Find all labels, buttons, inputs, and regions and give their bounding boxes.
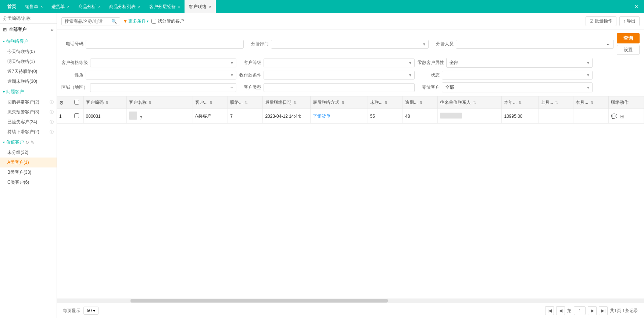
scrollbar-thumb[interactable] (130, 299, 388, 303)
sidebar-search-area: 🔍 (0, 13, 57, 24)
sort-icon[interactable]: ⇅ (294, 100, 297, 105)
region-input[interactable]: ··· (90, 83, 236, 92)
qr-code-icon[interactable]: ⊞ (620, 113, 625, 119)
sidebar-group-value[interactable]: ▾ 价值客户 ↻ ✎ (0, 137, 57, 148)
page-label: 第 (567, 308, 572, 314)
close-icon[interactable]: × (178, 4, 180, 9)
retail-customer-select[interactable]: 全部 ▾ (442, 82, 593, 92)
edit-icon[interactable]: ✎ (31, 140, 34, 145)
prev-page-button[interactable]: ◀ (556, 306, 565, 315)
payment-select[interactable]: ▾ (264, 71, 414, 80)
close-icon[interactable]: × (138, 4, 140, 9)
sort-icon[interactable]: ⇅ (555, 100, 558, 105)
nav-tab-sales[interactable]: 销售单 × (21, 0, 47, 13)
sort-icon[interactable]: ⇅ (105, 100, 108, 105)
cell-this-year: 10995.00 (502, 109, 539, 124)
close-icon[interactable]: × (67, 4, 69, 9)
horizontal-scrollbar[interactable] (57, 298, 644, 303)
chevron-down-icon: ▾ (3, 39, 5, 43)
info-icon: ⓘ (50, 109, 54, 115)
page-navigation: |◀ ◀ 第 ▶ ▶| 共1页 1条记录 (545, 306, 638, 315)
sort-icon[interactable]: ⇅ (473, 100, 476, 105)
sidebar-item-class-c[interactable]: C类客户(6) (0, 177, 57, 187)
refresh-icon[interactable]: ↻ (25, 140, 29, 145)
nav-tab-customer-segment[interactable]: 客户分层经营 × (145, 0, 185, 13)
main-search-input[interactable] (65, 19, 110, 24)
customer-level-field: 客户等级 ▾ (239, 59, 414, 67)
dept-select[interactable]: ▾ (271, 40, 429, 49)
nav-tab-customer-contact[interactable]: 客户联络 × (185, 0, 215, 13)
customer-level-select[interactable]: ▾ (264, 59, 414, 67)
info-icon: ⓘ (50, 99, 54, 105)
more-dots-icon: ··· (607, 42, 611, 47)
contact-avatar (440, 113, 462, 119)
price-level-field: 客户价格等级 ▾ (61, 59, 236, 67)
sidebar-group-problem[interactable]: ▾ 问题客户 (0, 86, 57, 97)
settings-button[interactable]: 设置 (617, 45, 640, 55)
col-overdue: 逾期... ⇅ (402, 96, 437, 109)
more-conditions-button[interactable]: ▼ 更多条件 ▾ (123, 18, 149, 24)
column-settings-button[interactable]: ⚙ (59, 100, 64, 106)
close-icon[interactable]: × (98, 4, 100, 9)
cell-type: A类客户 (193, 109, 228, 124)
col-type: 客户... ⇅ (193, 96, 228, 109)
sidebar-item-7days[interactable]: 近7天待联络(0) (0, 67, 57, 77)
phone-input[interactable] (86, 40, 244, 49)
page-number-input[interactable] (574, 306, 586, 315)
sort-icon[interactable]: ⇅ (149, 100, 151, 105)
sort-icon[interactable]: ⇅ (419, 100, 422, 105)
sort-icon[interactable]: ⇅ (341, 100, 344, 105)
my-customers-checkbox[interactable] (151, 19, 156, 24)
sort-icon[interactable]: ⇅ (245, 100, 248, 105)
price-level-select[interactable]: ▾ (90, 59, 236, 67)
window-close-button[interactable]: × (632, 3, 641, 10)
sidebar-group-pending[interactable]: ▾ 待联络客户 (0, 36, 57, 47)
batch-operation-button[interactable]: ☑ 批量操作 (586, 16, 616, 26)
sidebar-item-declining[interactable]: 持续下滑客户(2) ⓘ (0, 127, 57, 137)
sidebar-item-overdue[interactable]: 逾期未联络(30) (0, 77, 57, 86)
page-size-select[interactable]: 50 ▾ (83, 307, 99, 315)
phone-filter-field: 电话号码 (61, 40, 244, 49)
last-method-link[interactable]: 下销货单 (313, 113, 330, 119)
sidebar-item-repurchase-abnormal[interactable]: 回购异常客户(2) ⓘ (0, 97, 57, 107)
chevron-down-icon: ▾ (409, 60, 411, 66)
select-all-checkbox[interactable] (74, 100, 79, 105)
next-page-button[interactable]: ▶ (588, 306, 597, 315)
sidebar-item-tomorrow[interactable]: 明天待联络(1) (0, 57, 57, 67)
status-select[interactable]: ▾ (442, 71, 593, 80)
first-page-button[interactable]: |◀ (545, 306, 554, 315)
retail-attr-select[interactable]: 全部 ▾ (446, 58, 593, 68)
manager-input[interactable]: ··· (456, 40, 614, 49)
search-icon[interactable]: 🔍 (111, 19, 117, 24)
export-button[interactable]: ↑ 导出 (619, 16, 640, 26)
sort-icon[interactable]: ⇅ (590, 100, 593, 105)
row-checkbox[interactable] (74, 113, 79, 118)
sidebar-search-input[interactable] (3, 16, 57, 21)
sidebar-item-class-a[interactable]: A类客户(1) (0, 158, 57, 167)
message-icon[interactable]: 💬 (611, 113, 617, 119)
customer-type-input[interactable] (264, 83, 414, 92)
nav-tab-purchase[interactable]: 进货单 × (47, 0, 74, 13)
collapse-icon[interactable]: « (51, 27, 54, 33)
nav-tab-home[interactable]: 首页 (3, 0, 21, 13)
close-icon[interactable]: × (40, 4, 43, 9)
nav-tab-product-analysis[interactable]: 商品分析 × (74, 0, 105, 13)
sidebar-item-ungrouped[interactable]: 未分组(32) (0, 148, 57, 158)
nav-tab-product-list[interactable]: 商品分析列表 × (105, 0, 144, 13)
sidebar-item-churn-warning[interactable]: 流失预警客户(3) ⓘ (0, 107, 57, 117)
sidebar-item-churned[interactable]: 已流失客户(24) ⓘ (0, 117, 57, 127)
sidebar-item-class-b[interactable]: B类客户(33) (0, 167, 57, 177)
sidebar-item-today[interactable]: 今天待联络(0) (0, 47, 57, 57)
chevron-down-icon: ▾ (423, 42, 425, 47)
cell-no-contact: 55 (368, 109, 402, 124)
all-customers-header[interactable]: ⊞ 全部客户 « (0, 24, 57, 36)
query-button[interactable]: 查询 (617, 33, 640, 43)
top-navigation: 首页 销售单 × 进货单 × 商品分析 × 商品分析列表 × 客户分层经营 × … (0, 0, 644, 13)
top-buttons: ☑ 批量操作 ↑ 导出 (586, 16, 640, 26)
sort-icon[interactable]: ⇅ (210, 100, 212, 105)
nature-select[interactable]: ▾ (86, 71, 236, 80)
sort-icon[interactable]: ⇅ (384, 100, 387, 105)
close-icon[interactable]: × (209, 4, 211, 9)
last-page-button[interactable]: ▶| (599, 306, 608, 315)
sort-icon[interactable]: ⇅ (519, 100, 522, 105)
